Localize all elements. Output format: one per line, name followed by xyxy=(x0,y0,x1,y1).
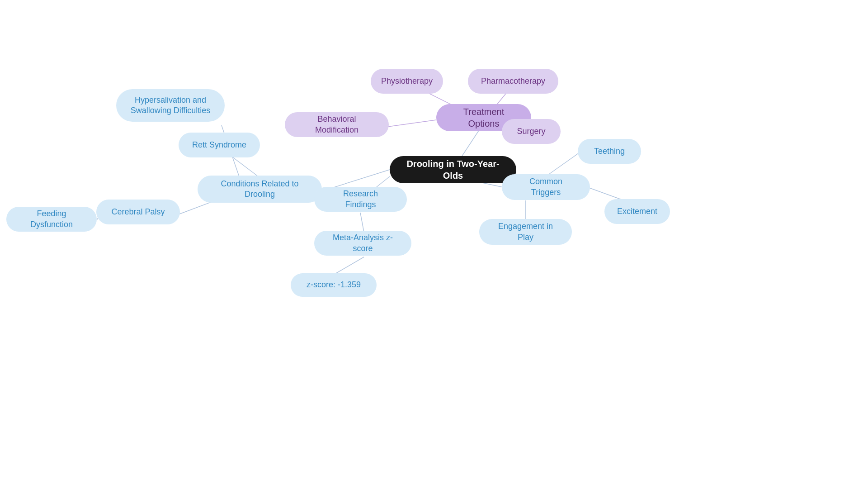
teething-node[interactable]: Teething xyxy=(578,139,641,164)
engagement-in-play-node[interactable]: Engagement in Play xyxy=(479,219,572,245)
svg-line-13 xyxy=(334,257,364,275)
svg-line-16 xyxy=(589,188,624,200)
behavioral-modification-node[interactable]: Behavioral Modification xyxy=(285,112,389,137)
hypersalivation-node[interactable]: Hypersalivation and Swallowing Difficult… xyxy=(116,89,225,122)
conditions-related-node[interactable]: Conditions Related to Drooling xyxy=(198,176,322,203)
center-node[interactable]: Drooling in Two-Year-Olds xyxy=(390,156,516,183)
common-triggers-node[interactable]: Common Triggers xyxy=(502,174,590,200)
meta-analysis-node[interactable]: Meta-Analysis z-score xyxy=(314,231,411,256)
excitement-node[interactable]: Excitement xyxy=(604,199,670,224)
rett-syndrome-node[interactable]: Rett Syndrome xyxy=(179,133,260,157)
feeding-dysfunction-node[interactable]: Feeding Dysfunction xyxy=(6,207,97,232)
physiotherapy-node[interactable]: Physiotherapy xyxy=(371,69,443,94)
surgery-node[interactable]: Surgery xyxy=(502,119,561,144)
zscore-node[interactable]: z-score: -1.359 xyxy=(291,273,377,297)
cerebral-palsy-node[interactable]: Cerebral Palsy xyxy=(96,200,180,224)
pharmacotherapy-node[interactable]: Pharmacotherapy xyxy=(468,69,558,94)
svg-line-3 xyxy=(388,120,436,127)
svg-line-15 xyxy=(547,152,580,176)
research-findings-node[interactable]: Research Findings xyxy=(314,187,407,212)
svg-line-12 xyxy=(360,213,364,232)
